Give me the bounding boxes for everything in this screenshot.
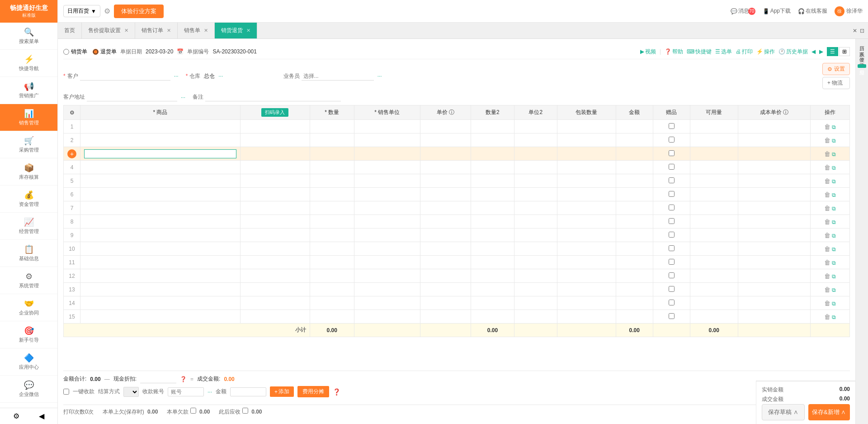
sidebar-item-7[interactable]: 📈经营管理 — [0, 213, 57, 240]
unit2-cell-3[interactable] — [514, 147, 557, 161]
sidebar-item-6[interactable]: 💰资金管理 — [0, 186, 57, 213]
qty-cell-9[interactable] — [310, 229, 354, 242]
qty-cell-12[interactable] — [310, 269, 354, 283]
price-cell-3[interactable] — [420, 147, 471, 161]
copy-btn-14[interactable]: ⧉ — [832, 300, 836, 307]
unit-cell-3[interactable] — [354, 147, 420, 161]
price-cell-4[interactable] — [420, 161, 471, 174]
radio-sale-input[interactable] — [63, 49, 69, 55]
qty2-cell-1[interactable] — [471, 120, 514, 133]
unit2-cell-8[interactable] — [514, 215, 557, 229]
amount-input[interactable] — [230, 387, 266, 396]
right-panel-btn-5[interactable]: 应用 — [858, 64, 866, 68]
product-cell-13[interactable] — [80, 283, 241, 296]
qty2-cell-12[interactable] — [471, 269, 514, 283]
cost-price-cell-7[interactable] — [738, 201, 811, 215]
delete-btn-9[interactable]: 🗑 — [824, 232, 830, 239]
gift-checkbox-14[interactable] — [669, 300, 675, 305]
product-cell-9[interactable] — [80, 229, 241, 242]
add-payment-btn[interactable]: + 添加 — [270, 386, 294, 397]
delete-btn-11[interactable]: 🗑 — [824, 259, 830, 266]
qty-cell-4[interactable] — [310, 161, 354, 174]
unit-cell-2[interactable] — [354, 133, 420, 147]
qty2-cell-2[interactable] — [471, 133, 514, 147]
unit2-cell-12[interactable] — [514, 269, 557, 283]
qty-cell-7[interactable] — [310, 201, 354, 215]
radio-return[interactable]: 退货单 — [93, 48, 117, 56]
delete-btn-14[interactable]: 🗑 — [824, 300, 830, 307]
unit-cell-5[interactable] — [354, 174, 420, 188]
copy-btn-4[interactable]: ⧉ — [832, 165, 836, 171]
copy-btn-8[interactable]: ⧉ — [832, 219, 836, 225]
pkg-cell-14[interactable] — [557, 296, 616, 310]
remark-input[interactable] — [205, 93, 341, 101]
unit-cell-7[interactable] — [354, 201, 420, 215]
prev-btn[interactable]: ◀ — [811, 48, 816, 55]
available-cell-15[interactable] — [690, 310, 738, 324]
sidebar-item-4[interactable]: 🛒采购管理 — [0, 131, 57, 158]
copy-btn-15[interactable]: ⧉ — [832, 314, 836, 320]
logistics-btn[interactable]: + 物流 — [822, 77, 850, 89]
pkg-cell-2[interactable] — [557, 133, 616, 147]
tab-4[interactable]: 销货退货✕ — [215, 23, 257, 38]
fee-help-btn[interactable]: ❓ — [333, 388, 340, 395]
gift-checkbox-4[interactable] — [669, 164, 675, 170]
qty2-cell-6[interactable] — [471, 188, 514, 201]
app-download-item[interactable]: 📱 App下载 — [763, 7, 791, 15]
unit2-cell-10[interactable] — [514, 242, 557, 256]
available-cell-3[interactable] — [690, 147, 738, 161]
copy-btn-2[interactable]: ⧉ — [832, 138, 836, 144]
account-input[interactable] — [168, 387, 204, 396]
tab-2[interactable]: 销售订单✕ — [135, 23, 178, 38]
delete-btn-7[interactable]: 🗑 — [824, 205, 830, 212]
amount-cell-15[interactable] — [616, 310, 653, 324]
cost-price-cell-13[interactable] — [738, 283, 811, 296]
cost-price-cell-12[interactable] — [738, 269, 811, 283]
copy-btn-3[interactable]: ⧉ — [832, 151, 836, 157]
sidebar-item-0[interactable]: 🔍搜索菜单 — [0, 23, 57, 50]
amount-cell-3[interactable] — [616, 147, 653, 161]
unit-cell-1[interactable] — [354, 120, 420, 133]
one-click-checkbox[interactable] — [63, 389, 69, 395]
pkg-cell-15[interactable] — [557, 310, 616, 324]
price-cell-6[interactable] — [420, 188, 471, 201]
method-select[interactable] — [123, 387, 139, 397]
product-cell-14[interactable] — [80, 296, 241, 310]
salesperson-input[interactable] — [302, 72, 374, 81]
experience-btn[interactable]: 体验行业方案 — [114, 5, 164, 18]
pkg-cell-8[interactable] — [557, 215, 616, 229]
available-cell-2[interactable] — [690, 133, 738, 147]
amount-cell-10[interactable] — [616, 242, 653, 256]
copy-btn-6[interactable]: ⧉ — [832, 192, 836, 198]
gift-checkbox-10[interactable] — [669, 245, 675, 251]
price-cell-11[interactable] — [420, 256, 471, 269]
delete-btn-13[interactable]: 🗑 — [824, 286, 830, 293]
cost-price-cell-2[interactable] — [738, 133, 811, 147]
gift-checkbox-5[interactable] — [669, 177, 675, 183]
help-action[interactable]: ❓ 帮助 — [665, 48, 683, 56]
qty2-cell-15[interactable] — [471, 310, 514, 324]
sidebar-item-12[interactable]: 🔷应用中心 — [0, 348, 57, 376]
available-cell-9[interactable] — [690, 229, 738, 242]
sidebar-item-2[interactable]: 📢营销推广 — [0, 77, 57, 104]
unit2-cell-1[interactable] — [514, 120, 557, 133]
sidebar-item-13[interactable]: 💬企业微信 — [0, 376, 57, 403]
cost-price-cell-11[interactable] — [738, 256, 811, 269]
product-cell-15[interactable] — [80, 310, 241, 324]
debt-checkbox[interactable] — [190, 408, 196, 414]
tab-1[interactable]: 售价提取设置✕ — [82, 23, 135, 38]
available-cell-14[interactable] — [690, 296, 738, 310]
qty2-cell-7[interactable] — [471, 201, 514, 215]
unit-cell-9[interactable] — [354, 229, 420, 242]
available-cell-11[interactable] — [690, 256, 738, 269]
qty-cell-14[interactable] — [310, 296, 354, 310]
add-row-btn-3[interactable]: + — [67, 149, 76, 158]
cost-price-cell-1[interactable] — [738, 120, 811, 133]
customer-dots[interactable]: ··· — [174, 73, 179, 79]
next-btn[interactable]: ▶ — [819, 48, 823, 55]
qty-cell-15[interactable] — [310, 310, 354, 324]
unit-cell-4[interactable] — [354, 161, 420, 174]
pkg-cell-13[interactable] — [557, 283, 616, 296]
copy-btn-11[interactable]: ⧉ — [832, 260, 836, 266]
qty-cell-3[interactable] — [310, 147, 354, 161]
